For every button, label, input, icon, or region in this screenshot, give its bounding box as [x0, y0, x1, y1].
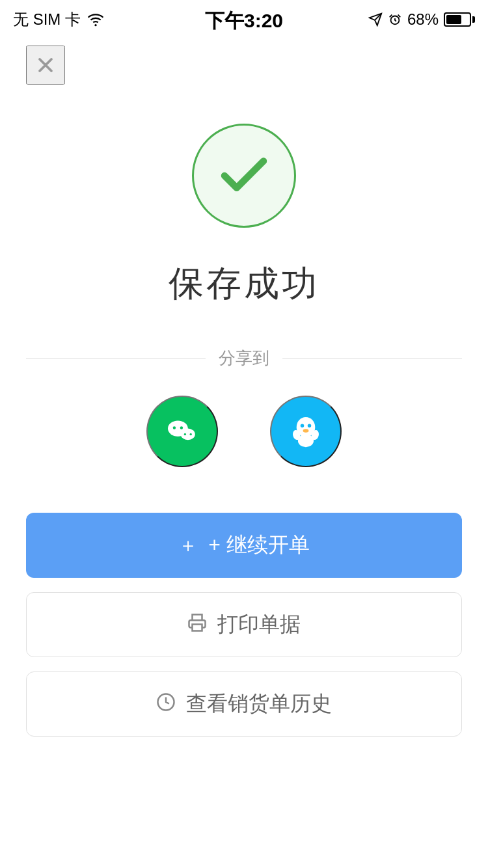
share-icons: [146, 396, 342, 467]
svg-rect-21: [193, 624, 202, 631]
status-bar: 无 SIM 卡 下午3:20 68%: [0, 0, 488, 39]
share-label: 分享到: [219, 347, 269, 370]
qq-icon: [284, 410, 327, 453]
wechat-icon: [161, 410, 204, 453]
divider-left: [26, 358, 206, 359]
location-icon: [368, 12, 383, 27]
svg-point-13: [190, 433, 192, 435]
wechat-share-button[interactable]: [146, 396, 218, 467]
clock-icon: [156, 692, 176, 716]
history-button[interactable]: 查看销货单历史: [26, 671, 462, 737]
share-section: 分享到: [26, 347, 462, 467]
sim-text: 无 SIM 卡: [13, 9, 81, 30]
qq-share-button[interactable]: [270, 396, 342, 467]
svg-point-11: [181, 429, 195, 441]
svg-point-15: [298, 434, 314, 447]
wifi-icon: [87, 11, 104, 28]
svg-point-9: [173, 426, 176, 429]
battery-percent: 68%: [407, 10, 439, 29]
svg-point-10: [180, 426, 183, 429]
plus-icon: ＋: [178, 532, 198, 559]
main-content: 保存成功 分享到: [0, 39, 488, 868]
alarm-icon: [388, 12, 402, 27]
continue-order-label: + 继续开单: [208, 531, 310, 560]
svg-point-19: [308, 424, 312, 427]
divider-right: [282, 358, 462, 359]
status-right: 68%: [368, 10, 475, 29]
share-divider: 分享到: [26, 347, 462, 370]
svg-point-20: [303, 429, 309, 433]
continue-order-button[interactable]: ＋ + 继续开单: [26, 513, 462, 578]
print-label: 打印单据: [217, 610, 301, 639]
success-icon-circle: [192, 124, 296, 228]
history-label: 查看销货单历史: [186, 690, 332, 718]
status-left: 无 SIM 卡: [13, 9, 104, 30]
action-buttons: ＋ + 继续开单 打印单据 查看销货单历史: [26, 513, 462, 737]
battery-icon: [444, 12, 475, 27]
svg-point-18: [301, 424, 305, 427]
status-time: 下午3:20: [205, 8, 283, 34]
checkmark-icon: [215, 146, 273, 205]
success-title: 保存成功: [169, 260, 319, 308]
svg-point-12: [184, 433, 186, 435]
close-button[interactable]: [26, 46, 65, 85]
printer-icon: [187, 613, 207, 637]
print-button[interactable]: 打印单据: [26, 592, 462, 657]
